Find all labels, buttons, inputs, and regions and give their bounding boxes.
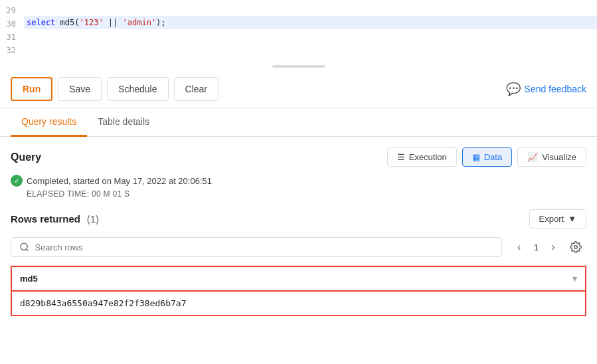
visualize-icon: 📈 (527, 152, 538, 162)
send-feedback-button[interactable]: 💬 Send feedback (506, 82, 586, 96)
line-num-29: 29 (0, 4, 16, 17)
code-line-32 (24, 43, 597, 56)
scroll-indicator (0, 62, 597, 70)
line-numbers: 29 30 31 32 (0, 3, 24, 57)
export-label: Export (539, 214, 564, 224)
tab-table-details[interactable]: Table details (87, 108, 160, 137)
page-number: 1 (534, 242, 539, 252)
rows-title-wrapper: Rows returned (1) (11, 213, 99, 225)
save-button[interactable]: Save (58, 77, 102, 101)
execution-label: Execution (409, 152, 447, 162)
elapsed-time: ELAPSED TIME: 00 m 01 s (27, 189, 586, 199)
clear-button[interactable]: Clear (174, 77, 218, 101)
data-button[interactable]: ▦ Data (462, 147, 512, 167)
schedule-button[interactable]: Schedule (107, 77, 168, 101)
code-line-29 (24, 3, 597, 16)
str-admin: 'admin' (123, 18, 157, 27)
table-header-row: md5 ▾ (11, 266, 586, 291)
table-cell-md5-value: d829b843a6550a947e82f2f38ed6b7a7 (11, 291, 586, 316)
column-header-md5: md5 ▾ (11, 266, 586, 291)
rows-header: Rows returned (1) Export ▼ (11, 209, 586, 228)
table-settings-button[interactable] (565, 236, 586, 258)
execution-button[interactable]: ☰ Execution (387, 147, 457, 167)
rows-returned-label: Rows returned (11, 213, 80, 225)
query-header: Query ☰ Execution ▦ Data 📈 Visualize (11, 147, 586, 167)
feedback-icon: 💬 (506, 82, 521, 96)
column-name: md5 (20, 274, 38, 284)
tab-query-results[interactable]: Query results (11, 108, 87, 137)
table-row: d829b843a6550a947e82f2f38ed6b7a7 (11, 291, 586, 316)
results-area: Query ☰ Execution ▦ Data 📈 Visualize ✓ C… (0, 137, 597, 327)
search-input[interactable] (35, 242, 493, 252)
visualize-button[interactable]: 📈 Visualize (517, 147, 586, 167)
svg-point-2 (574, 246, 578, 249)
code-editor: 29 30 31 32 select md5('123' || 'admin')… (0, 0, 597, 62)
code-line-31 (24, 29, 597, 43)
toolbar: Run Save Schedule Clear 💬 Send feedback (0, 70, 597, 108)
data-icon: ▦ (472, 152, 480, 162)
data-table: md5 ▾ d829b843a6550a947e82f2f38ed6b7a7 (11, 266, 586, 316)
code-op: || (104, 18, 123, 27)
status-row: ✓ Completed, started on May 17, 2022 at … (11, 175, 586, 187)
svg-point-0 (21, 243, 27, 250)
code-text: md5( (60, 18, 80, 27)
run-button[interactable]: Run (11, 77, 52, 101)
line-num-30: 30 (0, 17, 16, 31)
action-buttons: ☰ Execution ▦ Data 📈 Visualize (387, 147, 586, 167)
query-title: Query (11, 151, 41, 163)
search-icon (19, 242, 29, 252)
export-dropdown-icon: ▼ (568, 214, 576, 224)
visualize-label: Visualize (542, 152, 576, 162)
send-feedback-label: Send feedback (525, 84, 586, 94)
next-page-button[interactable]: › (544, 238, 562, 256)
line-num-32: 32 (0, 44, 16, 57)
search-box (11, 237, 502, 257)
gear-icon (570, 241, 582, 253)
sort-icon[interactable]: ▾ (572, 274, 577, 284)
status-text: Completed, started on May 17, 2022 at 20… (27, 176, 212, 186)
scroll-bar (272, 65, 325, 68)
pagination: ‹ 1 › (510, 238, 562, 256)
code-close: ); (156, 18, 165, 27)
svg-line-1 (27, 249, 29, 251)
app-container: 29 30 31 32 select md5('123' || 'admin')… (0, 0, 597, 327)
data-label: Data (484, 152, 502, 162)
code-line-30[interactable]: select md5('123' || 'admin'); (24, 16, 597, 29)
keyword-select: select (27, 18, 55, 27)
export-button[interactable]: Export ▼ (529, 209, 586, 228)
line-num-31: 31 (0, 31, 16, 44)
success-icon: ✓ (11, 175, 23, 187)
search-row: ‹ 1 › (11, 236, 586, 258)
prev-page-button[interactable]: ‹ (510, 238, 529, 256)
execution-icon: ☰ (397, 152, 405, 162)
rows-count: (1) (87, 213, 99, 225)
str-123: '123' (80, 18, 104, 27)
code-lines: select md5('123' || 'admin'); (24, 3, 597, 57)
tabs-bar: Query results Table details (0, 108, 597, 137)
